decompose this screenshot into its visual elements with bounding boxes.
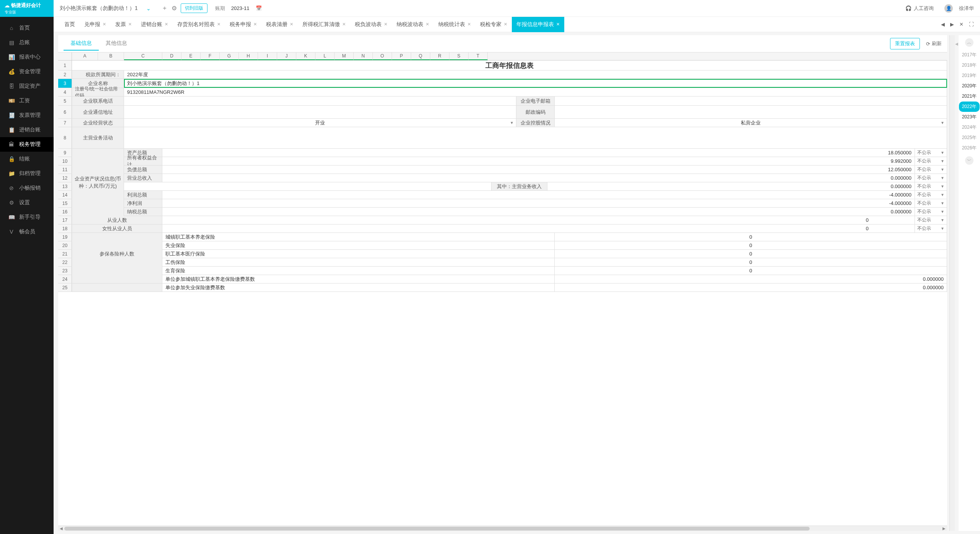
plus-icon[interactable]: ＋ [162,4,168,12]
row-number[interactable]: 15 [58,199,72,207]
row-number[interactable]: 23 [58,267,72,275]
nav-item-archive[interactable]: 📁归档管理 [0,166,54,181]
row-number[interactable]: 17 [58,216,72,224]
row-number[interactable]: 14 [58,191,72,199]
tab-存货别名对照表[interactable]: 存货别名对照表✕ [173,17,225,32]
publish-dropdown[interactable]: 不公示▼ [915,208,947,216]
period-value[interactable]: 2023-11 [231,5,250,11]
publish-dropdown[interactable]: 不公示▼ [915,157,947,165]
year-panel-collapse[interactable]: ◀ [955,35,959,52]
close-icon[interactable]: ✕ [128,22,132,27]
nav-item-home[interactable]: ⌂首页 [0,21,54,35]
tab-税务申报[interactable]: 税务申报✕ [225,17,261,32]
close-icon[interactable]: ✕ [467,22,471,27]
row-number[interactable]: 12 [58,174,72,182]
horizontal-scrollbar[interactable]: ◀ ▶ [58,526,947,531]
row-number[interactable]: 2 [58,70,72,79]
vertical-scrollbar[interactable] [949,35,955,531]
close-icon[interactable]: ✕ [384,22,387,27]
col-header[interactable]: G [220,52,239,60]
nav-item-close[interactable]: 🔒结账 [0,152,54,166]
support-link[interactable]: 🎧人工咨询 [905,5,934,12]
year-option[interactable]: 2019年 [959,70,980,81]
row-number[interactable]: 10 [58,157,72,165]
close-icon[interactable]: ✕ [290,22,293,27]
col-header[interactable]: T [469,52,488,60]
tabs-prev-icon[interactable]: ◀ [941,21,945,27]
nav-item-guide[interactable]: 📖新手引导 [0,210,54,224]
col-header[interactable]: A [72,52,98,60]
col-header[interactable]: F [201,52,220,60]
col-header[interactable]: O [373,52,392,60]
company-name-cell[interactable]: 刘小艳演示账套（勿删勿动！）1 [124,79,947,88]
row-number[interactable]: 8 [58,127,72,148]
year-option[interactable]: 2017年 [959,50,980,60]
tab-税检专家[interactable]: 税检专家✕ [475,17,512,32]
close-icon[interactable]: ✕ [217,22,220,27]
col-header[interactable]: R [430,52,449,60]
row-number[interactable]: 25 [58,283,72,292]
row-number[interactable]: 7 [58,119,72,127]
nav-item-psi[interactable]: 📋进销台账 [0,123,54,137]
col-header[interactable]: L [315,52,335,60]
avatar[interactable]: 👤 [944,4,953,13]
chevron-down-icon[interactable]: ⌄ [146,5,151,11]
nav-item-gear[interactable]: ⚙设置 [0,195,54,210]
row-number[interactable]: 3 [58,79,72,88]
username[interactable]: 徐泽华 [959,5,974,12]
tab-basic-info[interactable]: 基础信息 [64,37,99,51]
publish-dropdown[interactable]: 不公示▼ [915,149,947,157]
row-number[interactable]: 9 [58,149,72,157]
fullscreen-icon[interactable]: ⛶ [969,21,974,27]
year-option[interactable]: 2026年 [959,143,980,153]
tab-所得税汇算清缴[interactable]: 所得税汇算清缴✕ [298,17,350,32]
publish-dropdown[interactable]: 不公示▼ [915,216,947,224]
year-option[interactable]: 2023年 [959,112,980,122]
publish-dropdown[interactable]: 不公示▼ [915,165,947,174]
row-number[interactable]: 6 [58,106,72,118]
year-option[interactable]: 2020年 [959,81,980,91]
close-icon[interactable]: ✕ [504,22,507,27]
close-icon[interactable]: ✕ [103,22,106,27]
refresh-button[interactable]: ⟳刷新 [926,40,942,47]
tab-税表清册[interactable]: 税表清册✕ [261,17,298,32]
tab-首页[interactable]: 首页 [60,17,80,32]
row-number[interactable]: 1 [58,61,72,70]
tab-兑申报[interactable]: 兑申报✕ [80,17,111,32]
year-option[interactable]: 2022年 [959,102,980,112]
col-header[interactable]: N [354,52,373,60]
col-header[interactable]: P [392,52,411,60]
col-header[interactable]: D [162,52,181,60]
nav-item-invoice[interactable]: 🧾发票管理 [0,108,54,123]
col-header[interactable]: E [181,52,201,60]
year-option[interactable]: 2025年 [959,133,980,143]
tab-other-info[interactable]: 其他信息 [99,37,134,51]
row-number[interactable]: 24 [58,275,72,283]
year-option[interactable]: 2018年 [959,60,980,70]
col-header[interactable]: C [124,52,162,60]
row-number[interactable]: 18 [58,224,72,233]
row-number[interactable]: 13 [58,182,72,190]
tab-纳税波动表[interactable]: 纳税波动表✕ [392,17,434,32]
nav-item-chart[interactable]: 📊报表中心 [0,50,54,64]
close-icon[interactable]: ✕ [556,22,560,27]
tab-纳税统计表[interactable]: 纳税统计表✕ [434,17,475,32]
publish-dropdown[interactable]: 不公示▼ [915,224,947,233]
reset-report-button[interactable]: 重置报表 [890,38,920,49]
row-number[interactable]: 4 [58,88,72,96]
account-name[interactable]: 刘小艳演示账套（勿删勿动！）1 [60,5,138,12]
publish-dropdown[interactable]: 不公示▼ [915,182,947,190]
nav-item-ledger[interactable]: ▤总账 [0,35,54,50]
row-number[interactable]: 5 [58,97,72,105]
tabs-close-icon[interactable]: ✕ [959,21,964,27]
nav-item-vip[interactable]: V畅会员 [0,224,54,239]
close-icon[interactable]: ✕ [426,22,429,27]
row-number[interactable]: 21 [58,250,72,258]
calendar-icon[interactable]: 📅 [256,5,262,11]
gear-icon[interactable]: ⚙ [172,5,177,12]
nav-item-asset[interactable]: 🗄固定资产 [0,79,54,93]
tab-年报信息申报表[interactable]: 年报信息申报表✕ [512,17,564,32]
spreadsheet-grid[interactable]: ABCDEFGHIJKLMNOPQRST 1工商年报信息表2税款所属期间：202… [58,52,947,526]
publish-dropdown[interactable]: 不公示▼ [915,191,947,199]
year-option[interactable]: 2024年 [959,122,980,133]
